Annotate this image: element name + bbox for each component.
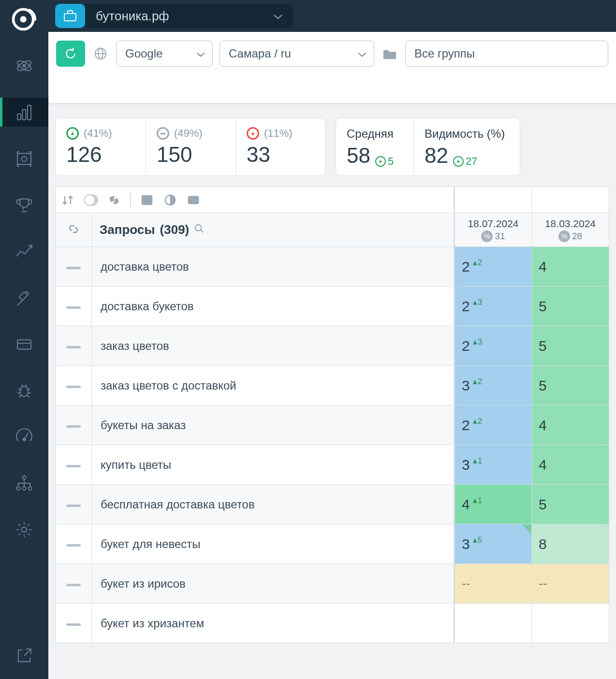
queries-count: (309) [160,222,190,237]
svg-point-9 [22,157,27,162]
row-handle[interactable] [56,564,92,604]
svg-point-24 [29,487,32,490]
table-row[interactable]: букет из ирисов---- [56,564,609,604]
region-value: Самара / ru [229,47,291,60]
arrow-up-icon [453,156,464,167]
equals-icon [157,127,169,140]
svg-line-17 [19,395,22,397]
date-column-1[interactable]: 18.07.2024 %31 [455,213,532,247]
nav-trophy-icon[interactable] [0,190,48,219]
nav-radar-icon[interactable] [0,422,48,451]
svg-point-23 [23,487,26,490]
nav-sitemap-icon[interactable] [0,469,48,498]
nav-gear-icon[interactable] [0,515,48,544]
rank-cell-date1 [455,604,532,643]
topbar: бутоника.рф [48,0,616,32]
region-select[interactable]: Самара / ru [220,41,374,67]
row-handle[interactable] [56,485,92,524]
link-icon[interactable] [107,193,121,207]
table-toolbar: Aa [56,187,455,213]
search-engine-select[interactable]: Google [116,41,213,67]
table-row[interactable]: заказ цветов с доставкой325 [56,366,609,405]
rankings-table-wrap: Aa Запросы (309) [48,187,616,643]
chevron-down-icon [357,47,367,60]
project-briefcase-button[interactable] [55,4,85,28]
query-cell[interactable]: доставка цветов [92,247,455,287]
svg-line-36 [201,230,204,233]
nav-gavel-icon[interactable] [0,283,48,312]
globe-icon [92,41,109,67]
text-case-icon[interactable]: Aa [186,193,201,207]
table-row[interactable]: букеты на заказ224 [56,405,609,445]
stat-up[interactable]: (41%) 126 [56,118,146,175]
row-handle[interactable] [56,287,92,326]
stat-up-pct: (41%) [84,127,112,140]
stats-changes-group: (41%) 126 (49%) 150 (11%) 33 [55,118,326,176]
rank-cell-date2: 5 [532,485,609,524]
stat-avg[interactable]: Средняя 58 5 [336,118,413,175]
svg-rect-10 [17,340,31,349]
table-row[interactable]: букет из хризантем [56,604,609,643]
nav-billing-icon[interactable] [0,330,48,359]
arrow-up-icon [375,156,386,167]
queries-column-header[interactable]: Запросы (309) [92,213,455,247]
refresh-button[interactable] [56,41,85,67]
search-icon[interactable] [194,222,205,237]
row-handle[interactable] [56,247,92,287]
row-handle[interactable] [56,366,92,405]
nav-bug-icon[interactable] [0,376,48,405]
stat-eq[interactable]: (49%) 150 [146,118,235,175]
stat-visibility[interactable]: Видимость (%) 82 27 [413,118,520,175]
toggle-switch[interactable] [84,193,98,207]
table-row[interactable]: заказ цветов235 [56,326,609,366]
stat-vis-delta: 27 [453,155,477,168]
sort-icon[interactable] [60,193,75,207]
svg-point-20 [23,438,25,441]
stat-eq-value: 150 [157,143,225,167]
arrow-up-icon [66,127,79,140]
project-select[interactable]: бутоника.рф [85,4,293,28]
row-handle[interactable] [56,445,92,485]
rank-cell-date2: 5 [532,326,609,366]
table-row[interactable]: доставка цветов224 [56,247,609,287]
link-column-header[interactable] [56,213,92,247]
table-row[interactable]: букет для невесты358 [56,524,609,564]
row-handle[interactable] [56,524,92,564]
rank-cell-date1: 32 [455,366,532,405]
stat-down-pct: (11%) [264,127,293,140]
query-cell[interactable]: купить цветы [92,445,455,485]
svg-rect-5 [17,114,21,120]
row-handle[interactable] [56,326,92,366]
rank-cell-date2: 4 [532,405,609,445]
main-content: Google Самара / ru Все группы (41%) 126 [48,0,616,643]
table-row[interactable]: бесплатная доставка цветов415 [56,485,609,524]
rank-cell-date1: 22 [455,247,532,287]
row-handle[interactable] [56,405,92,445]
date-1-sub: 31 [495,231,505,241]
table-row[interactable]: купить цветы314 [56,445,609,485]
query-cell[interactable]: букет из хризантем [92,604,455,643]
date-column-2[interactable]: 18.03.2024 %28 [532,213,609,247]
stats-row: (41%) 126 (49%) 150 (11%) 33 [48,104,616,187]
query-cell[interactable]: букет для невесты [92,524,455,564]
rank-cell-date2: 8 [532,524,609,564]
query-cell[interactable]: заказ цветов с доставкой [92,366,455,405]
group-select[interactable]: Все группы [405,41,608,67]
rank-cell-date2: 4 [532,445,609,485]
stat-vis-value: 82 [425,144,448,168]
nav-external-icon[interactable] [0,641,48,670]
query-cell[interactable]: доставка букетов [92,287,455,326]
window-icon[interactable] [140,193,154,207]
nav-trend-icon[interactable] [0,237,48,266]
query-cell[interactable]: букеты на заказ [92,405,455,445]
nav-chart-icon[interactable] [0,98,48,127]
row-handle[interactable] [56,604,92,643]
query-cell[interactable]: бесплатная доставка цветов [92,485,455,524]
nav-camera-icon[interactable] [0,144,48,173]
nav-atom-icon[interactable] [0,51,48,80]
query-cell[interactable]: заказ цветов [92,326,455,366]
contrast-icon[interactable] [163,193,177,207]
svg-rect-30 [142,196,152,204]
table-row[interactable]: доставка букетов235 [56,287,609,326]
query-cell[interactable]: букет из ирисов [92,564,455,604]
